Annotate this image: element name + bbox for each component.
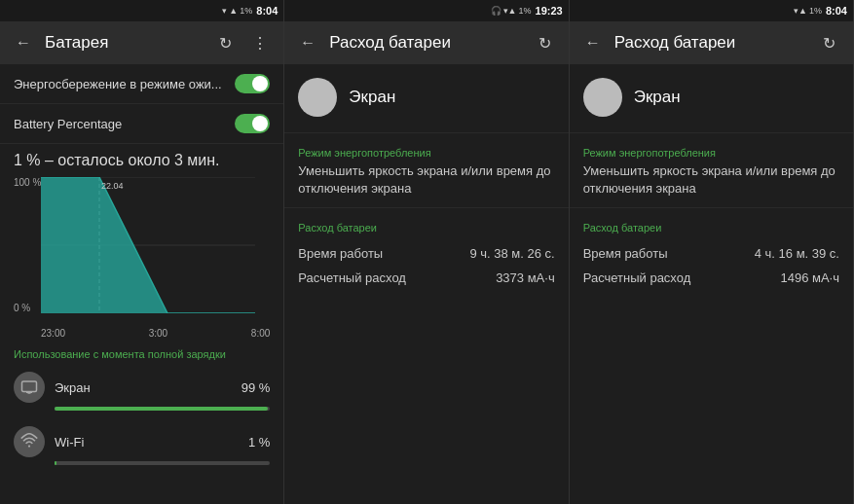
battery-usage-section-3: Расход батареи — [570, 214, 853, 241]
work-time-value-2: 9 ч. 38 м. 26 с. — [469, 246, 554, 261]
screen-name: Экран — [55, 380, 232, 395]
power-mode-text-3: Уменьшить яркость экрана и/или время до … — [583, 162, 839, 198]
setting-row-battery-pct[interactable]: Battery Percentage — [0, 104, 283, 144]
back-button-2[interactable] — [294, 29, 321, 56]
estimated-usage-row-2: Расчетный расход 3373 мА·ч — [284, 266, 568, 290]
svg-text:22.04: 22.04 — [101, 181, 124, 191]
screen-header-2: Экран — [284, 64, 568, 126]
status-icons-1: ▾ ▲ 1% — [222, 6, 252, 16]
screen-avatar — [14, 372, 45, 403]
estimated-usage-value-2: 3373 мА·ч — [496, 270, 555, 285]
status-icons-3: ▾▲ 1% — [794, 6, 822, 16]
screen-title-3: Экран — [634, 88, 681, 107]
wifi-icon-1: ▾ — [222, 6, 227, 16]
signal-icon-3: ▾▲ — [794, 6, 807, 16]
status-icons-2: 🎧 ▾▲ 1% — [491, 6, 532, 16]
estimated-usage-label-3: Расчетный расход — [583, 270, 691, 285]
usage-item-screen-row: Экран 99 % — [14, 372, 270, 403]
power-mode-label-2: Режим энергопотребления — [298, 147, 554, 159]
work-time-value-3: 4 ч. 16 м. 39 с. — [755, 246, 839, 261]
toolbar-title-2: Расход батареи — [329, 33, 523, 53]
time-1: 8:04 — [256, 5, 278, 17]
setting-row-power-save[interactable]: Энергосбережение в режиме ожи... — [0, 64, 283, 104]
wifi-name: Wi-Fi — [55, 435, 239, 450]
content-3: Экран Режим энергопотребления Уменьшить … — [570, 64, 853, 504]
panel-battery-detail-2: ▾▲ 1% 8:04 Расход батареи Экран Режим эн… — [570, 0, 854, 504]
power-mode-section-3: Режим энергопотребления Уменьшить яркост… — [570, 139, 853, 201]
battery-status-text: 1 % – осталось около 3 мин. — [0, 144, 283, 173]
chart-y-labels: 100 % 0 % — [14, 177, 41, 313]
divider-2a — [284, 132, 568, 133]
battery-pct-2: 1% — [519, 6, 532, 16]
time-3: 8:04 — [826, 5, 847, 17]
power-save-toggle[interactable] — [235, 74, 270, 93]
panel-battery-detail-1: 🎧 ▾▲ 1% 19:23 Расход батареи Экран Режим… — [284, 0, 569, 504]
work-time-label-3: Время работы — [583, 246, 668, 261]
estimated-usage-row-3: Расчетный расход 1496 мА·ч — [570, 266, 853, 290]
screen-title-2: Экран — [349, 88, 395, 107]
power-mode-label-3: Режим энергопотребления — [583, 147, 839, 159]
divider-3a — [570, 132, 853, 133]
battery-chart: 100 % 0 % 22.04 23:00 3:00 8:00 — [0, 173, 283, 339]
battery-pct-label: Battery Percentage — [14, 117, 235, 131]
chart-x-labels: 23:00 3:00 8:00 — [41, 328, 270, 339]
screen-header-3: Экран — [570, 64, 853, 126]
status-bar-3: ▾▲ 1% 8:04 — [570, 0, 853, 21]
svg-rect-7 — [26, 392, 32, 394]
content-1: Энергосбережение в режиме ожи... Battery… — [0, 64, 283, 504]
screen-bar-track — [55, 407, 270, 411]
usage-item-screen[interactable]: Экран 99 % — [0, 364, 283, 418]
screen-avatar-2 — [298, 78, 337, 117]
chart-x-1: 23:00 — [41, 328, 65, 339]
toolbar-2: Расход батареи — [284, 21, 568, 64]
refresh-button-2[interactable] — [532, 29, 559, 56]
wifi-pct: 1 % — [248, 435, 270, 450]
screen-avatar-3 — [583, 78, 622, 117]
toolbar-1: Батарея — [0, 21, 283, 64]
screen-pct: 99 % — [241, 380, 271, 395]
battery-pct-3: 1% — [809, 6, 822, 16]
divider-3b — [570, 207, 853, 208]
chart-x-2: 3:00 — [149, 328, 167, 339]
time-2: 19:23 — [536, 5, 563, 17]
back-button-3[interactable] — [579, 29, 607, 56]
toolbar-title-1: Батарея — [45, 33, 204, 53]
work-time-row-2: Время работы 9 ч. 38 м. 26 с. — [284, 241, 568, 266]
status-bar-2: 🎧 ▾▲ 1% 19:23 — [284, 0, 568, 21]
refresh-button-1[interactable] — [211, 29, 239, 56]
more-button-1[interactable] — [246, 29, 274, 56]
chart-y-top: 100 % — [14, 177, 41, 188]
headphones-icon-2: 🎧 — [491, 6, 501, 16]
estimated-usage-value-3: 1496 мА·ч — [780, 270, 839, 285]
svg-rect-6 — [22, 381, 37, 392]
divider-2b — [284, 207, 568, 208]
work-time-label-2: Время работы — [298, 246, 383, 261]
chart-svg: 22.04 — [41, 177, 255, 313]
battery-usage-label-2: Расход батареи — [298, 222, 554, 234]
wifi-bar-fill — [55, 461, 56, 465]
usage-item-wifi[interactable]: Wi-Fi 1 % — [0, 418, 283, 473]
chart-x-3: 8:00 — [251, 328, 270, 339]
svg-rect-8 — [28, 393, 31, 394]
power-mode-text-2: Уменьшить яркость экрана и/или время до … — [298, 162, 554, 198]
battery-usage-section-2: Расход батареи — [284, 214, 568, 241]
usage-header: Использование с момента полной зарядки — [0, 339, 283, 364]
battery-pct-toggle[interactable] — [235, 114, 270, 133]
signal-icon-1: ▲ — [229, 6, 238, 16]
refresh-button-3[interactable] — [816, 29, 843, 56]
wifi-avatar — [14, 426, 45, 457]
work-time-row-3: Время работы 4 ч. 16 м. 39 с. — [570, 241, 853, 266]
usage-item-wifi-row: Wi-Fi 1 % — [14, 426, 270, 457]
status-bar-1: ▾ ▲ 1% 8:04 — [0, 0, 283, 21]
chart-y-bottom: 0 % — [14, 303, 41, 313]
content-2: Экран Режим энергопотребления Уменьшить … — [284, 64, 568, 504]
signal-icon-2: ▾▲ — [503, 6, 517, 16]
battery-usage-label-3: Расход батареи — [583, 222, 839, 234]
panel-battery: ▾ ▲ 1% 8:04 Батарея Энергосбережение в р… — [0, 0, 284, 504]
svg-point-9 — [28, 445, 30, 447]
toolbar-title-3: Расход батареи — [614, 33, 808, 53]
power-save-label: Энергосбережение в режиме ожи... — [14, 77, 235, 91]
battery-pct-1: 1% — [240, 6, 252, 16]
power-mode-section-2: Режим энергопотребления Уменьшить яркост… — [284, 139, 568, 201]
back-button-1[interactable] — [10, 29, 37, 56]
